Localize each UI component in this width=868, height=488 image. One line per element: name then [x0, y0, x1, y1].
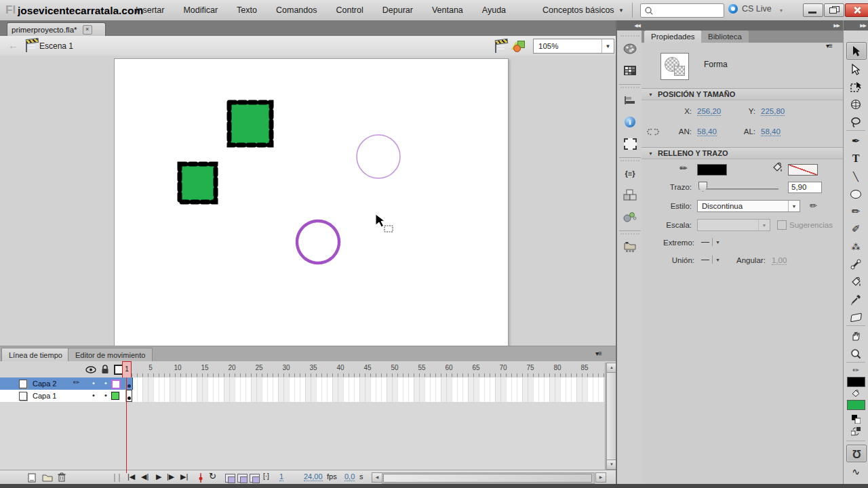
menu-item[interactable]: Texto — [227, 5, 267, 15]
motion-presets-panel-icon[interactable] — [621, 209, 639, 225]
zoom-level-select[interactable]: 105% ▼ — [533, 39, 614, 54]
layer-name-cell[interactable]: Capa 1 • • — [0, 390, 126, 403]
pencil-tool[interactable]: ✏ — [846, 203, 865, 220]
3d-rotation-tool[interactable] — [846, 96, 865, 113]
timeline-vertical-scrollbar[interactable]: ▲ ▼ — [605, 363, 616, 470]
menu-item[interactable]: Ventana — [422, 5, 473, 15]
code-snippets-panel-icon[interactable]: {≡} — [621, 165, 639, 182]
transform-panel-icon[interactable] — [621, 136, 639, 152]
tab-timeline[interactable]: Línea de tiempo — [1, 348, 70, 361]
fill-color-swatch-none[interactable] — [788, 164, 818, 176]
loop-button[interactable]: ↻ — [209, 471, 216, 481]
goto-first-frame-button[interactable]: |◀ — [127, 472, 135, 481]
miter-value[interactable]: 1,00 — [772, 256, 787, 265]
onion-skin-button[interactable] — [225, 474, 235, 483]
expand-panels-icon[interactable]: ▶▶ — [833, 20, 840, 30]
x-value[interactable]: 256,20 — [697, 107, 721, 116]
section-position-size[interactable]: ▼ POSICIÓN Y TAMAÑO — [642, 88, 843, 100]
layer-outline-color[interactable] — [111, 392, 119, 400]
playhead-line[interactable] — [126, 378, 127, 473]
horizontal-scrollbar[interactable] — [382, 472, 595, 484]
line-tool[interactable]: ╲ — [846, 168, 865, 184]
restore-button[interactable] — [824, 3, 844, 17]
purple-circle-thin[interactable] — [357, 135, 400, 178]
current-frame-value[interactable]: 1 — [279, 472, 283, 481]
paint-bucket-tool[interactable] — [846, 274, 865, 290]
menu-item[interactable]: Control — [326, 5, 372, 15]
new-layer-button[interactable] — [27, 472, 37, 483]
cs-live-button[interactable]: CS Live — [728, 4, 772, 14]
section-collapse-icon[interactable]: ▼ — [648, 92, 653, 97]
frame-rate-value[interactable]: 24,00 — [304, 472, 323, 481]
edit-stroke-style-button[interactable]: ✏ — [810, 201, 817, 211]
menu-item[interactable]: Modificar — [174, 5, 227, 15]
onion-skin-outlines-button[interactable] — [237, 474, 248, 483]
layer-frames[interactable] — [126, 390, 605, 403]
layer-name[interactable]: Capa 1 — [33, 392, 56, 400]
section-fill-stroke[interactable]: ▼ RELLENO Y TRAZO — [642, 147, 843, 159]
delete-layer-button[interactable] — [57, 472, 66, 483]
scale-dropdown[interactable]: ▼ — [697, 219, 770, 231]
new-folder-button[interactable] — [42, 473, 53, 482]
tab-properties[interactable]: Propiedades — [644, 30, 702, 43]
menu-item[interactable]: Ayuda — [473, 5, 515, 15]
layer-visible-dot[interactable]: • — [92, 391, 95, 399]
color-panel-icon[interactable] — [621, 41, 639, 57]
play-button[interactable]: ▶ — [156, 472, 161, 481]
hscroll-thumb[interactable] — [383, 474, 592, 483]
document-tab[interactable]: primerproyecto.fla* × — [7, 22, 106, 37]
elapsed-time-value[interactable]: 0,0 — [344, 472, 355, 481]
text-tool[interactable]: T — [846, 150, 865, 167]
tab-motion-editor[interactable]: Editor de movimiento — [68, 348, 153, 361]
panel-menu-icon[interactable]: ▾≡ — [595, 350, 601, 357]
close-button[interactable] — [845, 3, 868, 17]
green-square-1[interactable] — [229, 102, 271, 145]
goto-last-frame-button[interactable]: ▶| — [180, 472, 188, 481]
playhead-marker[interactable]: 1 — [122, 361, 132, 378]
snap-to-objects-toggle[interactable]: Ω — [846, 445, 867, 462]
layer-lock-dot[interactable]: • — [104, 379, 107, 387]
brush-tool[interactable]: ✐ — [846, 221, 865, 237]
swatches-panel-icon[interactable] — [621, 62, 639, 79]
menu-item[interactable]: Comandos — [267, 5, 326, 15]
stroke-slider-track[interactable] — [698, 188, 778, 190]
edit-multiple-frames-button[interactable] — [250, 474, 260, 483]
eyedropper-tool[interactable] — [846, 291, 865, 308]
tool-fill-color-swatch[interactable] — [847, 400, 865, 410]
default-colors-icon[interactable] — [846, 413, 865, 424]
oval-tool[interactable] — [846, 186, 865, 202]
subselection-tool[interactable] — [846, 61, 865, 77]
collapse-tools-icon[interactable]: ▶▶ — [844, 20, 868, 30]
swap-colors-icon[interactable] — [846, 426, 865, 436]
layer-lock-dot[interactable]: • — [104, 391, 107, 399]
hand-tool[interactable] — [846, 328, 865, 344]
layer-outline-color[interactable] — [111, 380, 121, 389]
edit-scene-icon[interactable] — [495, 42, 496, 53]
keyframe-cell[interactable] — [126, 390, 132, 402]
project-panel-icon[interactable] — [621, 239, 639, 255]
collapse-dock-icon[interactable]: ◀◀ — [617, 20, 643, 30]
show-hide-layers-icon[interactable] — [85, 366, 96, 373]
modify-markers-button[interactable]: [·] — [263, 472, 269, 480]
stage[interactable] — [114, 58, 509, 346]
section-collapse-icon[interactable]: ▼ — [648, 151, 653, 156]
tab-close-icon[interactable]: × — [83, 25, 92, 35]
resize-grip[interactable] — [114, 474, 120, 482]
minimize-button[interactable] — [803, 3, 823, 17]
spray-brush-tool[interactable]: ⁂ — [846, 239, 865, 255]
components-panel-icon[interactable] — [621, 187, 639, 203]
layer-row-capa1[interactable]: Capa 1 • • — [0, 390, 616, 402]
panel-menu-icon[interactable]: ▾≡ — [826, 42, 832, 49]
step-back-button[interactable]: ◀| — [141, 472, 149, 481]
stroke-style-dropdown[interactable]: Discontinua ▼ — [697, 200, 800, 212]
join-dropdown[interactable]: — ▼ — [701, 255, 720, 264]
stroke-color-swatch[interactable] — [697, 164, 727, 176]
green-square-2[interactable] — [180, 164, 216, 202]
cs-live-dropdown-icon[interactable]: ▾ — [780, 7, 783, 14]
layer-name-cell[interactable]: Capa 2 ✏ • • — [0, 378, 126, 390]
layer-visible-dot[interactable]: • — [92, 379, 95, 387]
eraser-tool[interactable] — [846, 309, 865, 325]
search-input[interactable] — [656, 5, 724, 16]
pasteboard[interactable] — [0, 56, 616, 346]
layer-name[interactable]: Capa 2 — [33, 380, 56, 388]
